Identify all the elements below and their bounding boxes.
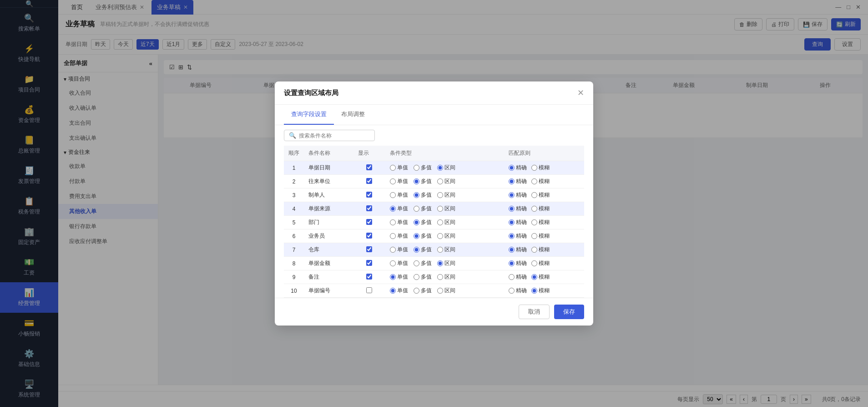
- show-checkbox-7[interactable]: [366, 260, 372, 266]
- modal-save-button[interactable]: 保存: [554, 305, 584, 319]
- show-checkbox-0[interactable]: [366, 164, 372, 170]
- modal-table-row: 5 部门 单值多值区间 精确模糊: [284, 216, 584, 229]
- match-fuzzy-8[interactable]: 模糊: [531, 273, 550, 281]
- cond-range-3[interactable]: 区间: [437, 205, 455, 213]
- cond-range-9[interactable]: 区间: [437, 287, 455, 295]
- cond-single-5[interactable]: 单值: [390, 232, 408, 240]
- match-fuzzy-2[interactable]: 模糊: [531, 191, 550, 199]
- show-checkbox-5[interactable]: [366, 233, 372, 239]
- cond-multi-1[interactable]: 多值: [414, 178, 432, 185]
- cond-range-0[interactable]: 区间: [437, 164, 455, 172]
- modal-row-show[interactable]: [353, 270, 385, 284]
- cond-single-4[interactable]: 单值: [390, 219, 408, 226]
- cond-single-6[interactable]: 单值: [390, 246, 408, 254]
- cond-single-9[interactable]: 单值: [390, 287, 408, 295]
- modal-row-name: 单据编号: [304, 284, 353, 298]
- cond-multi-6[interactable]: 多值: [414, 246, 432, 254]
- cond-multi-0[interactable]: 多值: [414, 164, 432, 172]
- match-fuzzy-0[interactable]: 模糊: [531, 164, 550, 172]
- modal-row-show[interactable]: [353, 257, 385, 270]
- modal-row-name: 业务员: [304, 229, 353, 243]
- cond-range-7[interactable]: 区间: [437, 259, 455, 267]
- cond-range-5[interactable]: 区间: [437, 232, 455, 240]
- modal-row-cond-type: 单值多值区间: [385, 188, 505, 202]
- cond-multi-9[interactable]: 多值: [414, 287, 432, 295]
- cond-single-0[interactable]: 单值: [390, 164, 408, 172]
- modal-row-match: 精确模糊: [504, 229, 584, 243]
- modal-tab-fields[interactable]: 查询字段设置: [284, 105, 334, 125]
- match-exact-9[interactable]: 精确: [509, 287, 527, 295]
- cond-range-2[interactable]: 区间: [437, 191, 455, 199]
- show-checkbox-9[interactable]: [366, 287, 372, 293]
- match-exact-8[interactable]: 精确: [509, 273, 527, 281]
- modal-row-match: 精确模糊: [504, 161, 584, 175]
- show-checkbox-3[interactable]: [366, 205, 372, 211]
- cond-multi-4[interactable]: 多值: [414, 219, 432, 226]
- modal-row-cond-type: 单值多值区间: [385, 229, 505, 243]
- modal-close-button[interactable]: ✕: [577, 88, 584, 98]
- show-checkbox-2[interactable]: [366, 192, 372, 198]
- search-box: 🔍: [284, 130, 375, 141]
- modal-row-order: 9: [284, 270, 304, 284]
- match-exact-3[interactable]: 精确: [509, 205, 527, 213]
- cond-single-2[interactable]: 单值: [390, 191, 408, 199]
- match-fuzzy-1[interactable]: 模糊: [531, 178, 550, 185]
- modal-col-order: 顺序: [284, 146, 304, 161]
- match-exact-7[interactable]: 精确: [509, 259, 527, 267]
- cond-range-1[interactable]: 区间: [437, 178, 455, 185]
- cond-multi-5[interactable]: 多值: [414, 232, 432, 240]
- show-checkbox-4[interactable]: [366, 219, 372, 225]
- match-exact-1[interactable]: 精确: [509, 178, 527, 185]
- cond-multi-3[interactable]: 多值: [414, 205, 432, 213]
- cond-multi-2[interactable]: 多值: [414, 191, 432, 199]
- cond-single-8[interactable]: 单值: [390, 273, 408, 281]
- modal-row-show[interactable]: [353, 202, 385, 216]
- match-fuzzy-5[interactable]: 模糊: [531, 232, 550, 240]
- modal-row-show[interactable]: [353, 243, 385, 257]
- modal-row-show[interactable]: [353, 188, 385, 202]
- modal-table-row: 6 业务员 单值多值区间 精确模糊: [284, 229, 584, 243]
- show-checkbox-1[interactable]: [366, 178, 372, 184]
- modal-tab-layout[interactable]: 布局调整: [334, 105, 372, 125]
- modal-table-row: 1 单据日期 单值多值区间 精确模糊: [284, 161, 584, 175]
- modal-search: 🔍: [275, 125, 593, 146]
- match-fuzzy-7[interactable]: 模糊: [531, 259, 550, 267]
- modal-footer: 取消 保存: [275, 298, 593, 326]
- modal-body: 查询字段设置 布局调整 🔍 顺序 条件名称 显示: [275, 105, 593, 298]
- modal-row-show[interactable]: [353, 216, 385, 229]
- modal-row-cond-type: 单值多值区间: [385, 270, 505, 284]
- cond-range-8[interactable]: 区间: [437, 273, 455, 281]
- search-input[interactable]: [299, 132, 367, 139]
- match-fuzzy-3[interactable]: 模糊: [531, 205, 550, 213]
- cond-single-1[interactable]: 单值: [390, 178, 408, 185]
- modal-table-row: 2 往来单位 单值多值区间 精确模糊: [284, 175, 584, 188]
- modal-row-name: 仓库: [304, 243, 353, 257]
- modal-row-show[interactable]: [353, 175, 385, 188]
- match-exact-0[interactable]: 精确: [509, 164, 527, 172]
- cancel-button[interactable]: 取消: [519, 305, 550, 319]
- match-exact-6[interactable]: 精确: [509, 246, 527, 254]
- match-exact-2[interactable]: 精确: [509, 191, 527, 199]
- modal-tabs: 查询字段设置 布局调整: [275, 105, 593, 125]
- match-fuzzy-4[interactable]: 模糊: [531, 219, 550, 226]
- modal-row-show[interactable]: [353, 229, 385, 243]
- modal-row-name: 往来单位: [304, 175, 353, 188]
- modal-row-show[interactable]: [353, 161, 385, 175]
- cond-range-6[interactable]: 区间: [437, 246, 455, 254]
- modal-row-show[interactable]: [353, 284, 385, 298]
- modal-row-cond-type: 单值多值区间: [385, 216, 505, 229]
- show-checkbox-6[interactable]: [366, 246, 372, 252]
- match-exact-4[interactable]: 精确: [509, 219, 527, 226]
- cond-single-7[interactable]: 单值: [390, 259, 408, 267]
- match-fuzzy-6[interactable]: 模糊: [531, 246, 550, 254]
- show-checkbox-8[interactable]: [366, 274, 372, 280]
- cond-multi-7[interactable]: 多值: [414, 259, 432, 267]
- cond-range-4[interactable]: 区间: [437, 219, 455, 226]
- cond-multi-8[interactable]: 多值: [414, 273, 432, 281]
- cond-single-3[interactable]: 单值: [390, 205, 408, 213]
- modal-row-order: 2: [284, 175, 304, 188]
- match-exact-5[interactable]: 精确: [509, 232, 527, 240]
- modal-row-order: 6: [284, 229, 304, 243]
- modal-row-cond-type: 单值多值区间: [385, 284, 505, 298]
- match-fuzzy-9[interactable]: 模糊: [531, 287, 550, 295]
